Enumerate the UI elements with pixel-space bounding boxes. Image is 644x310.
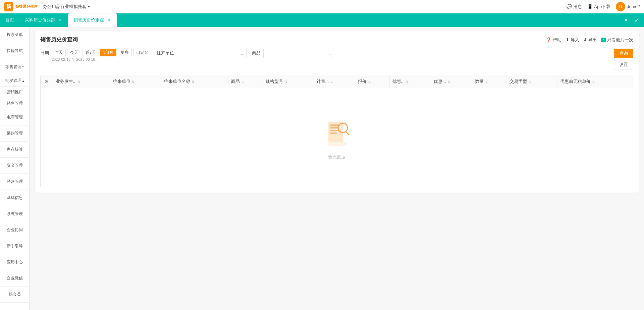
tab-home-label: 首页 xyxy=(5,17,14,23)
table-settings-icon[interactable]: ⚙ xyxy=(44,79,49,84)
th-quantity[interactable]: 数量 ⇅ xyxy=(472,75,506,88)
sidebar-item-operations-mgmt[interactable]: 经营管理 xyxy=(0,174,29,190)
sidebar-item-app-center-label: 应用中心 xyxy=(7,259,23,265)
query-button[interactable]: 查询 xyxy=(614,49,633,58)
sidebar-item-member[interactable]: 畅会员 xyxy=(0,287,29,303)
date-btn-custom[interactable]: 自定义 xyxy=(133,49,151,56)
empty-text: 暂无数据 xyxy=(328,154,345,160)
th-biz-date[interactable]: 业务发生... ⇅ xyxy=(53,75,110,88)
th-discount-amount[interactable]: 优惠... ⇅ xyxy=(431,75,472,88)
tab-sales-close-icon[interactable]: ✕ xyxy=(106,17,111,23)
th-discount-rate[interactable]: 优惠... ⇅ xyxy=(389,75,431,88)
sidebar-item-basic-info[interactable]: 基础信息 xyxy=(0,190,29,206)
th-trade-type-label: 交易类型 xyxy=(509,79,527,85)
goods-input-dots[interactable]: ... xyxy=(325,51,333,56)
sidebar: 搜索菜单 快捷导航 零售管理 ▾ 批发管理 ▴ 营销推广 销售管理 电商管理 采… xyxy=(0,27,30,310)
message-label: 消息 xyxy=(573,4,582,10)
maximize-button[interactable]: ⤢ xyxy=(632,15,641,25)
sidebar-item-basic-info-label: 基础信息 xyxy=(7,195,23,201)
close-all-tabs-button[interactable]: ✕ xyxy=(621,15,631,25)
tab-home[interactable]: 首页 xyxy=(0,13,19,27)
sidebar-item-new-user-guide[interactable]: 新手引导 xyxy=(0,238,29,254)
sidebar-item-sales-mgmt-label: 销售管理 xyxy=(7,101,23,106)
phone-icon: 📱 xyxy=(587,4,593,9)
sidebar-item-purchase-mgmt[interactable]: 采购管理 xyxy=(0,125,29,142)
goods-input-wrapper: ... xyxy=(263,49,333,58)
svg-line-7 xyxy=(346,132,349,135)
user-profile[interactable]: D demo2 xyxy=(616,2,640,11)
partner-input[interactable] xyxy=(177,51,239,56)
th-unit[interactable]: 计量... ⇅ xyxy=(314,75,355,88)
sidebar-item-finance-mgmt-label: 资金管理 xyxy=(7,163,23,168)
th-partner-code[interactable]: 往来单位 ⇅ xyxy=(110,75,161,88)
top-header: 畅 畅捷通好生意 办公用品行业模拟账套 ▾ 💬 消息 📱 App下载 D dem… xyxy=(0,0,644,13)
sort-icon: ⇅ xyxy=(447,80,450,84)
th-spec[interactable]: 规格型号 ⇅ xyxy=(263,75,314,88)
date-btn-today[interactable]: 今天 xyxy=(67,49,81,56)
sidebar-item-marketing-promo[interactable]: 营销推广 xyxy=(0,87,29,98)
sidebar-item-wholesale-mgmt[interactable]: 批发管理 ▴ xyxy=(0,75,29,87)
th-goods[interactable]: 商品 ⇅ xyxy=(228,75,263,88)
th-goods-label: 商品 xyxy=(231,79,240,85)
only-last-checkbox[interactable]: ✓ 只看最后一次 xyxy=(601,37,633,43)
date-btn-yesterday[interactable]: 昨天 xyxy=(52,49,66,56)
message-button[interactable]: 💬 消息 xyxy=(567,4,582,10)
logo-text: 畅捷通好生意 xyxy=(15,4,38,9)
sidebar-item-purchase-mgmt-label: 采购管理 xyxy=(7,131,23,136)
sidebar-item-ecommerce-mgmt[interactable]: 电商管理 xyxy=(0,109,29,125)
th-partner-name[interactable]: 往来单位名称 ⇅ xyxy=(161,75,228,88)
sidebar-item-sales-mgmt[interactable]: 销售管理 xyxy=(0,98,29,109)
partner-input-dots[interactable]: ... xyxy=(239,51,246,56)
tab-purchase-close-icon[interactable]: ✕ xyxy=(57,17,63,23)
sidebar-item-quick-nav-label: 快捷导航 xyxy=(7,48,23,54)
chevron-up-icon: ▴ xyxy=(22,79,24,83)
sidebar-item-enterprise-wechat[interactable]: 企业微信 xyxy=(0,270,29,287)
sort-icon: ⇅ xyxy=(592,80,595,84)
sidebar-item-search-menu[interactable]: 搜索菜单 xyxy=(0,27,29,43)
sort-icon: ⇅ xyxy=(78,80,80,84)
date-filter-group: 日期 昨天 今天 近7天 近1月 更多 自定义 2023-02-18 至 202… xyxy=(40,49,151,62)
export-icon: ⬇ xyxy=(583,37,587,42)
date-btn-last7[interactable]: 近7天 xyxy=(83,49,99,56)
sidebar-item-finance-mgmt[interactable]: 资金管理 xyxy=(0,158,29,174)
sidebar-item-system-mgmt[interactable]: 系统管理 xyxy=(0,206,29,222)
settings-button[interactable]: 设置 xyxy=(614,60,633,69)
goods-filter-label: 商品 xyxy=(252,49,261,56)
th-quoted-price[interactable]: 报价 ⇅ xyxy=(355,75,389,88)
app-download-label: App下载 xyxy=(594,4,610,10)
svg-rect-5 xyxy=(330,133,337,134)
tab-bar: 首页 采购历史价跟踪 ✕ 销售历史价跟踪 ✕ ✕ ⤢ xyxy=(0,13,644,27)
logo-area: 畅 畅捷通好生意 xyxy=(4,2,38,11)
sort-icon: ⇅ xyxy=(485,80,488,84)
sort-icon: ⇅ xyxy=(284,80,287,84)
sidebar-item-retail-mgmt[interactable]: 零售管理 ▾ xyxy=(0,59,29,75)
sidebar-item-enterprise-agreement[interactable]: 企业协同 xyxy=(0,222,29,238)
tab-purchase-history-label: 采购历史价跟踪 xyxy=(25,17,55,23)
help-icon: ❓ xyxy=(546,37,551,42)
sidebar-item-ecommerce-mgmt-label: 电商管理 xyxy=(7,114,23,120)
help-button[interactable]: ❓ 帮助 xyxy=(546,37,561,43)
th-pre-discount-price[interactable]: 优惠前无税单价 ⇅ xyxy=(557,75,633,88)
date-filter-label: 日期 xyxy=(40,49,49,56)
th-trade-type[interactable]: 交易类型 ⇅ xyxy=(506,75,557,88)
sidebar-item-inventory-check[interactable]: 库存核算 xyxy=(0,142,29,158)
app-selector[interactable]: 办公用品行业模拟账套 ▾ xyxy=(40,2,93,11)
filter-bar: 日期 昨天 今天 近7天 近1月 更多 自定义 2023-02-18 至 202… xyxy=(40,49,633,69)
import-button[interactable]: ⬆ 导入 xyxy=(566,37,579,43)
sidebar-item-quick-nav[interactable]: 快捷导航 xyxy=(0,43,29,59)
app-download-button[interactable]: 📱 App下载 xyxy=(587,4,610,10)
th-partner-code-label: 往来单位 xyxy=(113,79,130,85)
date-btn-last1m[interactable]: 近1月 xyxy=(100,49,117,56)
tab-purchase-history[interactable]: 采购历史价跟踪 ✕ xyxy=(19,13,68,27)
date-range-text: 2023-02-18 至 2023-03-18 xyxy=(52,57,151,62)
goods-input[interactable] xyxy=(264,51,325,56)
app-selector-label: 办公用品行业模拟账套 xyxy=(43,4,87,10)
table-wrapper: ⚙ 业务发生... ⇅ 往来单 xyxy=(40,75,633,187)
sidebar-item-app-center[interactable]: 应用中心 xyxy=(0,254,29,270)
header-left: 畅 畅捷通好生意 办公用品行业模拟账套 ▾ xyxy=(4,2,93,11)
sidebar-item-new-user-guide-label: 新手引导 xyxy=(7,243,23,249)
tab-sales-history[interactable]: 销售历史价跟踪 ✕ xyxy=(68,13,117,27)
tab-bar-actions: ✕ ⤢ xyxy=(621,15,644,25)
export-button[interactable]: ⬇ 导出 xyxy=(583,37,597,43)
date-btn-more[interactable]: 更多 xyxy=(118,49,132,56)
